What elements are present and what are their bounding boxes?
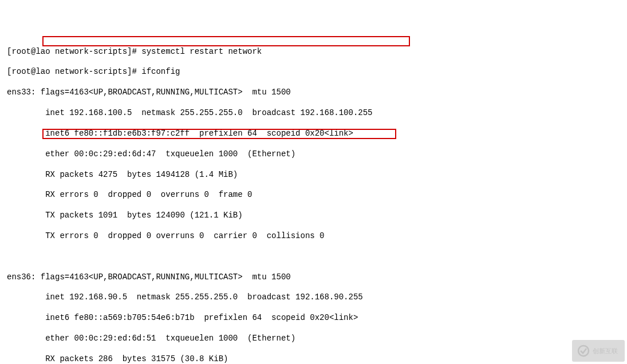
prompt-line-1: [root@lao network-scripts]# systemctl re…	[7, 47, 620, 57]
ens36-inet6: inet6 fe80::a569:b705:54e6:b71b prefixle…	[7, 313, 620, 323]
ens36-header: ens36: flags=4163<UP,BROADCAST,RUNNING,M…	[7, 272, 620, 283]
ens36-ether: ether 00:0c:29:ed:6d:51 txqueuelen 1000 …	[7, 334, 620, 344]
ens33-tx-packets: TX packets 1091 bytes 124090 (121.1 KiB)	[7, 211, 620, 221]
prompt-line-2: [root@lao network-scripts]# ifconfig	[7, 67, 620, 77]
highlight-ens33-inet	[42, 36, 410, 46]
ens33-ether: ether 00:0c:29:ed:6d:47 txqueuelen 1000 …	[7, 149, 620, 160]
ens33-header: ens33: flags=4163<UP,BROADCAST,RUNNING,M…	[7, 88, 620, 98]
svg-text:创新互联: 创新互联	[593, 347, 618, 354]
blank-line-1	[7, 252, 620, 262]
ens36-inet: inet 192.168.90.5 netmask 255.255.255.0 …	[7, 292, 620, 303]
ens36-rx-packets: RX packets 286 bytes 31575 (30.8 KiB)	[7, 354, 620, 364]
ens33-rx-errors: RX errors 0 dropped 0 overruns 0 frame 0	[7, 190, 620, 200]
watermark-logo: 创新互联	[572, 340, 625, 362]
svg-point-0	[578, 346, 589, 356]
ens33-inet6: inet6 fe80::f1db:e6b3:f97:c2ff prefixlen…	[7, 129, 620, 139]
ens33-tx-errors: TX errors 0 dropped 0 overruns 0 carrier…	[7, 231, 620, 242]
ens33-inet: inet 192.168.100.5 netmask 255.255.255.0…	[7, 108, 620, 118]
ens33-rx-packets: RX packets 4275 bytes 1494128 (1.4 MiB)	[7, 170, 620, 180]
